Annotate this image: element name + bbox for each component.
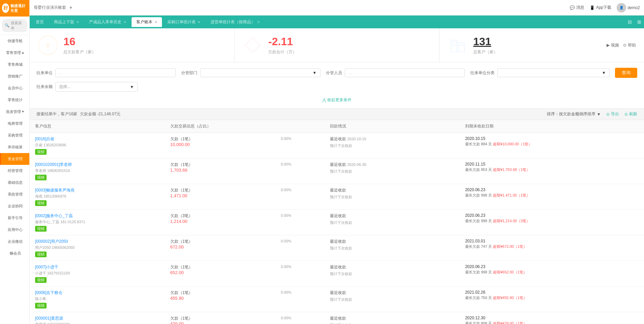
chevron-down-icon: ▼ <box>602 70 606 75</box>
message-button[interactable]: 💬 消息 <box>570 5 584 10</box>
customer-tag: 现销 <box>35 277 47 283</box>
tabs-expand-button[interactable]: ⊞ <box>636 19 643 25</box>
sidebar-search-area[interactable]: 🔍 搜索菜单 <box>0 17 29 35</box>
customer-link[interactable]: [0001020001]李老师 <box>35 162 72 167</box>
tab-purchase-stats-product[interactable]: 进货单统计表（按商品） ✕ <box>206 17 264 27</box>
debt-amount: 1,471.00 <box>170 193 270 198</box>
sidebar-item-basic-info[interactable]: 基础信息 <box>0 177 29 188</box>
collapse-filters-button[interactable]: ⋀ 收起更多条件 <box>36 96 637 106</box>
close-icon[interactable]: ✕ <box>155 20 157 24</box>
help-button[interactable]: ⊙ 帮助 <box>623 42 636 48</box>
customer-link[interactable]: [0016]吕俊 <box>35 137 54 141</box>
customer-unit-input[interactable]: ... <box>55 68 176 77</box>
overdue-amount-link[interactable]: 超期¥1,214.00（3笔） <box>493 219 530 223</box>
tab-label: 采购订单统计表 <box>167 19 196 25</box>
dropdown-icon[interactable]: ▼ <box>69 5 73 10</box>
overdue-amount-link[interactable]: 超期¥1,703.68（1笔） <box>493 168 530 172</box>
overdue-days: 最长欠款 998 天 超期¥652.00（1笔） <box>465 270 639 275</box>
debt-info-cell: 欠款（1笔） 652.00 <box>165 261 276 287</box>
stat-value-total-debt: -2.11 <box>268 35 297 48</box>
tab-product-listing[interactable]: 商品上下架 ✕ <box>49 17 84 27</box>
sidebar-item-retail-mgmt[interactable]: 零售管理 ▲ <box>0 47 29 59</box>
debt-info-cell: 欠款（1笔） 455.90 <box>165 287 276 312</box>
overdue-amount-link[interactable]: 超期¥652.00（1笔） <box>493 270 527 274</box>
header-right: 💬 消息 📱 App下载 👤 demo2 <box>570 3 640 12</box>
stat-label-total-customers: 总客户（家） <box>473 49 601 55</box>
sidebar-item-label: 经营管理 <box>8 169 23 173</box>
export-button[interactable]: ⊙ 导出 <box>606 111 619 117</box>
sidebar-item-collab[interactable]: 企业协同 <box>0 200 29 212</box>
tabs-shrink-button[interactable]: ⊟ <box>626 19 633 25</box>
customer-tag: 现销 <box>35 226 47 232</box>
sidebar-item-purchase[interactable]: 采购管理 <box>0 129 29 141</box>
sidebar-item-management[interactable]: 经营管理 <box>0 165 29 177</box>
search-menu-box[interactable]: 🔍 搜索菜单 <box>2 19 27 32</box>
close-icon[interactable]: ✕ <box>257 20 260 24</box>
sidebar-item-retail-mall[interactable]: 零售商城 <box>0 59 29 70</box>
sidebar-item-guide[interactable]: 新手引导 <box>0 212 29 224</box>
svg-rect-4 <box>452 42 454 43</box>
sidebar-item-apps[interactable]: 应用中心 <box>0 224 29 236</box>
balance-select[interactable]: 选择... ▼ <box>55 82 138 92</box>
debt-amount: 455.90 <box>170 296 270 301</box>
sidebar-item-vip[interactable]: 畅会员 <box>0 247 29 259</box>
last-payment-label: 最近收款 <box>330 290 454 296</box>
overdue-amount-link[interactable]: 超期¥429.00（1笔） <box>493 321 527 324</box>
stat-value-overdue-customers: 16 <box>63 35 96 48</box>
customer-link[interactable]: [0003]畅捷服务尹海燕 <box>35 188 75 193</box>
manager-input[interactable]: ... <box>345 68 465 77</box>
customer-link[interactable]: [000001]黄思源 <box>35 316 63 321</box>
sidebar-item-inventory[interactable]: 库存核算 <box>0 141 29 153</box>
overdue-amount-link[interactable]: 超期¥455.90（1笔） <box>493 296 527 300</box>
user-menu[interactable]: 👤 demo2 <box>617 3 640 12</box>
overdue-amount-link[interactable]: 超期¥672.00（1笔） <box>493 244 527 248</box>
tab-home[interactable]: 首页 <box>31 17 49 27</box>
sidebar-item-ecommerce[interactable]: 电商管理 <box>0 118 29 129</box>
results-bar-right: 排序：按欠款金额倒序排序 ▼ ⊙ 导出 ⊙ 刷新 <box>547 111 637 117</box>
customer-link[interactable]: [0002]服务中心_丁磊 <box>35 213 73 218</box>
sidebar-item-retail-stats[interactable]: 零售统计 <box>0 94 29 106</box>
refresh-button[interactable]: ⊙ 刷新 <box>624 111 637 117</box>
search-button[interactable]: 查询 <box>615 68 637 78</box>
customer-link[interactable]: [0007]小进千 <box>35 265 58 269</box>
th-debt-info: 欠款交易信息（占比） <box>165 120 276 133</box>
debt-label: 欠款（1笔） <box>170 316 270 321</box>
filter-label-balance: 往来余额 <box>36 84 53 90</box>
debt-info-cell: 欠款（3笔） 1,214.00 <box>165 210 276 235</box>
tab-customer-ledger[interactable]: 客户账本 ✕ <box>132 17 162 27</box>
tab-product-history[interactable]: 产成品入库单历史 ✕ <box>84 17 131 27</box>
tab-purchase-order-stats[interactable]: 采购订单统计表 ✕ <box>163 17 205 27</box>
manager-value: ... <box>348 70 352 75</box>
sidebar-item-member[interactable]: 会员中心 <box>0 82 29 94</box>
debt-ratio-cell: 0.00% <box>275 133 325 158</box>
sort-select[interactable]: 排序：按欠款金额倒序排序 ▼ <box>547 111 601 117</box>
due-date-cell: 2020.10.15 最长欠款 884 天 超期¥10,000.00（1笔） <box>460 133 644 158</box>
debt-ratio-cell: 0.00% <box>275 184 325 210</box>
sidebar-item-label: 企业微信 <box>8 239 23 243</box>
customer-link[interactable]: [0006]去下粮仓 <box>35 290 62 295</box>
category-select[interactable]: ▼ <box>497 68 610 77</box>
debt-amount: 429.00 <box>170 321 270 324</box>
tab-label: 进货单统计表（按商品） <box>211 19 255 25</box>
svg-rect-7 <box>455 45 456 46</box>
due-date-cell: 2020.11.15 最长欠款 853 天 超期¥1,703.68（1笔） <box>460 158 644 184</box>
sidebar-item-finance[interactable]: 资金管理 <box>0 153 29 165</box>
overdue-amount-link[interactable]: 超期¥10,000.00（1笔） <box>493 142 532 146</box>
debt-ratio-cell: 0.00% <box>275 210 325 235</box>
overdue-amount-link[interactable]: 超期¥1,471.00（1笔） <box>493 193 530 197</box>
department-select[interactable]: ▼ <box>200 68 320 77</box>
last-payment-label: 最近收款 <box>330 316 454 321</box>
video-button[interactable]: ▶ 视频 <box>607 42 619 48</box>
debt-ratio: 0.00% <box>281 188 291 192</box>
sidebar-item-wholesale[interactable]: 批发管理 ▼ <box>0 106 29 118</box>
close-icon[interactable]: ✕ <box>198 20 200 24</box>
customer-tag: 现销 <box>35 200 47 206</box>
sidebar-item-system[interactable]: 系统管理 <box>0 188 29 200</box>
close-icon[interactable]: ✕ <box>123 20 126 24</box>
customer-link[interactable]: [000002]用户2050 <box>35 239 68 244</box>
sidebar-item-quick-nav[interactable]: 快捷导航 <box>0 35 29 47</box>
close-icon[interactable]: ✕ <box>76 20 79 24</box>
sidebar-item-marketing[interactable]: 营销推广 <box>0 70 29 82</box>
app-download-button[interactable]: 📱 App下载 <box>590 5 611 10</box>
sidebar-item-wechat[interactable]: 企业微信 <box>0 236 29 247</box>
